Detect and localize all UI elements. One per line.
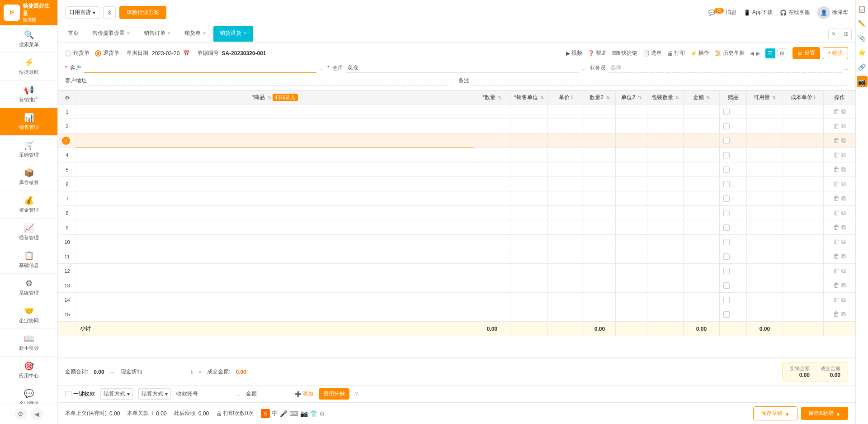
delete-row-5[interactable]: 🗑 [833,166,840,173]
account-method-select[interactable]: 结算方式 ▾ [138,388,171,400]
qty2-cell-1[interactable] [584,105,616,119]
goods-cell-1[interactable] [76,105,474,119]
unit-cell-1[interactable] [510,105,547,119]
sidebar-item-purchase[interactable]: 🛒 采购管理 [0,136,57,163]
gift-checkbox-3[interactable] [723,138,730,144]
save-draft-btn[interactable]: 保存草稿 ▲ [753,406,797,420]
tool3[interactable]: ⌨ [289,410,298,417]
gift-checkbox-11[interactable] [723,253,730,260]
copy-row-9[interactable]: ⧉ [841,224,846,231]
radio-return[interactable]: 退货单 [95,49,119,57]
settings-btn[interactable]: ⚙ 设置 [793,47,820,59]
gift-checkbox-14[interactable] [723,297,730,303]
shortcut-btn[interactable]: ⌨ 快捷键 [612,49,637,57]
experience-btn[interactable]: 体验行业方案 [119,6,166,19]
sidebar-item-appstore[interactable]: 🎯 应用中心 [0,357,57,384]
sidebar-item-basic[interactable]: 📋 基础信息 [0,246,57,274]
video-btn[interactable]: ▶ 视频 [566,49,582,57]
sidebar-item-business[interactable]: 📈 经营管理 [0,219,57,246]
radio-sale[interactable]: 销货单 [65,49,90,57]
unit-sort-icon[interactable]: ⇅ [540,95,544,100]
help-btn[interactable]: ❓ 帮助 [588,49,607,57]
one-key-checkbox[interactable]: 一键收款 [65,390,95,398]
gift-checkbox-9[interactable] [723,224,730,231]
rs-icon-2[interactable]: ✏️ [857,18,868,29]
calc-method-select[interactable]: 结算方式 ▾ [100,388,133,400]
delete-row-7[interactable]: 🗑 [833,195,840,202]
operate-btn[interactable]: ⚡ 操作 [690,49,709,57]
rs-icon-4[interactable]: ⭐ [857,47,868,58]
delete-row-8[interactable]: 🗑 [833,209,840,217]
account-input[interactable] [203,390,231,398]
delete-row-3[interactable]: 🗑 [833,137,840,144]
copy-row-3[interactable]: ⧉ [841,137,846,144]
warehouse-input[interactable]: 总仓 [346,63,579,73]
amount-cell-1[interactable] [684,105,720,119]
tool4[interactable]: 📷 [300,410,308,417]
customer-more-btn[interactable]: ... [319,65,324,71]
copy-row-6[interactable]: ⧉ [841,180,846,188]
gift-checkbox-5[interactable] [723,167,730,173]
address-input[interactable] [90,76,448,86]
tab-close-return[interactable]: ✕ [243,31,247,36]
sidebar-item-search[interactable]: 🔍 搜索菜单 [0,25,57,53]
sidebar-item-marketing[interactable]: 📢 营销推广 [0,81,57,108]
copy-row-12[interactable]: ⧉ [841,267,846,275]
delete-row-2[interactable]: 🗑 [833,122,840,130]
history-btn[interactable]: 📜 历史单据 [715,49,745,57]
delete-row-15[interactable]: 🗑 [833,310,840,318]
print-btn[interactable]: 🖨 打印 [667,49,685,57]
price-info-icon[interactable]: ℹ [571,95,573,100]
rs-icon-3[interactable]: 📎 [857,33,868,43]
tab-home[interactable]: 首页 [61,26,85,42]
copy-row-4[interactable]: ⧉ [841,151,846,159]
tab-close-price[interactable]: ✕ [127,31,130,36]
avail-cell-1[interactable] [747,105,783,119]
logistics-btn[interactable]: + 物流 [823,47,848,59]
delete-row-13[interactable]: 🗑 [833,281,840,289]
tab-sales-order[interactable]: 销售订单 ✕ [137,26,177,42]
remark-input[interactable] [472,76,848,86]
delete-row-1[interactable]: 🗑 [833,108,840,115]
maximize-tab-btn[interactable]: ⊞ [841,29,852,39]
copy-row-13[interactable]: ⧉ [841,281,846,289]
address-more-btn[interactable]: ... [450,77,455,84]
staff-input[interactable]: 选择... [609,63,841,73]
unit2-cell-1[interactable] [616,105,647,119]
tab-price-setting[interactable]: 售价提取设置 ✕ [86,26,137,42]
category-select[interactable]: 日用百货 ▾ [65,6,99,19]
qty-sort-icon[interactable]: ⇅ [498,95,501,100]
sidebar-item-shortcut[interactable]: ⚡ 快捷导航 [0,53,57,81]
tab-return[interactable]: 销货退货 ✕ [213,26,253,42]
account-more-btn[interactable]: ... [236,391,241,397]
question-icon[interactable]: ? [355,391,358,397]
gift-checkbox-13[interactable] [723,282,730,289]
calendar-icon[interactable]: 📅 [183,50,190,57]
copy-row-15[interactable]: ⧉ [841,310,846,318]
rs-icon-5[interactable]: 🔗 [857,62,868,72]
gift-checkbox-8[interactable] [723,210,730,216]
prev-btn[interactable]: ◀ [750,50,754,57]
copy-row-5[interactable]: ⧉ [841,166,846,173]
copy-row-14[interactable]: ⧉ [841,296,846,304]
tab-shipment[interactable]: 销货单 ✕ [178,26,212,42]
topbar-gear-btn[interactable]: ⚙ [103,6,116,19]
feiyong-btn[interactable]: 费用分摊 [319,388,349,400]
delete-row-14[interactable]: 🗑 [833,296,840,304]
s-icon[interactable]: S [261,409,270,418]
avail-sort-icon[interactable]: ⇅ [772,95,776,100]
message-btn[interactable]: 💬 70 消息 [708,9,736,16]
qty-cell-1[interactable] [474,105,510,119]
customer-input[interactable] [84,63,316,73]
rs-icon-1[interactable]: 📋 [857,4,868,14]
gift-checkbox-1[interactable] [723,109,730,115]
delete-row-4[interactable]: 🗑 [833,151,840,159]
sidebar-collapse-btn[interactable]: ◀ [31,408,43,420]
cost-cell-1[interactable] [783,105,824,119]
gift-checkbox-4[interactable] [723,152,730,158]
gift-checkbox-12[interactable] [723,268,730,274]
copy-row-11[interactable]: ⧉ [841,252,846,260]
pkgqty-cell-1[interactable] [647,105,684,119]
gift-checkbox-15[interactable] [723,311,730,318]
copy-row-2[interactable]: ⧉ [841,122,846,130]
